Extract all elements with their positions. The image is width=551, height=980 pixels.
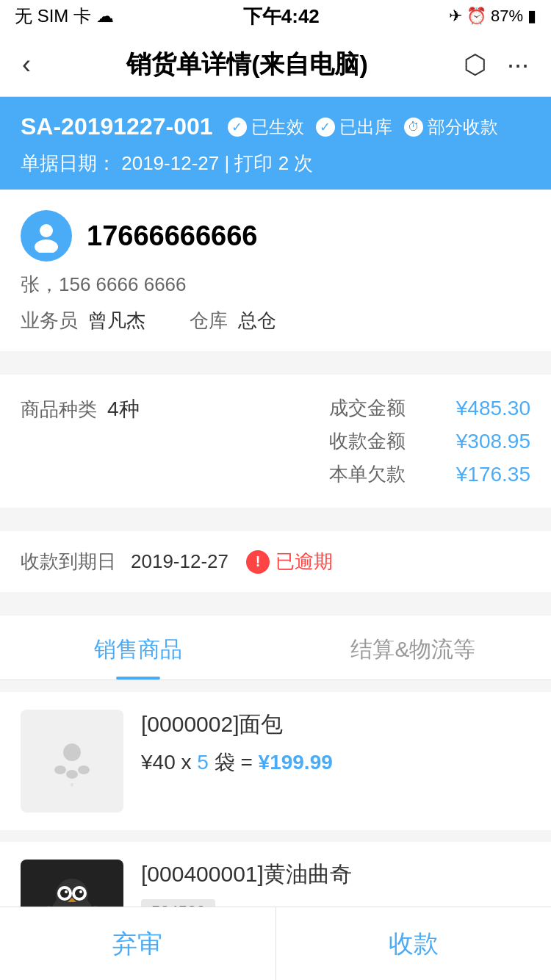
abandon-button[interactable]: 弃审 [0,907,276,980]
order-badges: ✓ 已生效 ✓ 已出库 ⏱ 部分收款 [228,115,498,139]
status-left: 无 SIM 卡 ☁ [15,4,114,28]
tabs-row: 销售商品 结算&物流等 [0,616,551,680]
svg-point-11 [60,889,69,898]
badge-partial-payment: ⏱ 部分收款 [404,115,498,139]
due-date-section: 收款到期日 2019-12-27 ! 已逾期 [0,531,551,592]
battery-text: 87% [491,7,523,26]
placeholder-icon-1: + [43,732,101,790]
check-icon-2: ✓ [316,118,335,137]
svg-point-2 [63,743,81,761]
receipt-amount-value: ¥308.95 [428,430,530,453]
product-image-1: + [21,710,123,813]
salesperson-item: 业务员 曾凡杰 [21,308,145,334]
avatar-icon [29,219,63,253]
due-date-value: 2019-12-27 [131,550,228,573]
tab-settlement[interactable]: 结算&物流等 [276,616,551,680]
more-button[interactable]: ··· [507,49,529,80]
sim-text: 无 SIM 卡 ☁ [15,4,114,28]
svg-text:+: + [70,781,74,789]
debt-row: 本单欠款 ¥176.35 [329,461,530,487]
svg-point-12 [75,889,84,898]
svg-point-5 [78,765,90,774]
due-label: 收款到期日 [21,549,116,574]
location-icon: ✈ [449,7,462,26]
deal-amount-row: 成交金额 ¥485.30 [329,395,530,421]
product-qty-1: 5 [197,751,209,774]
divider-2 [0,519,551,531]
status-right: ✈ ⏰ 87% ▮ [449,7,536,26]
page-title: 销货单详情(来自电脑) [126,48,368,82]
receipt-amount-row: 收款金额 ¥308.95 [329,428,530,454]
order-header: SA-20191227-001 ✓ 已生效 ✓ 已出库 ⏱ 部分收款 单据日期：… [0,97,551,190]
share-button[interactable]: ⬡ [464,49,486,80]
summary-grid: 商品种类 4种 成交金额 ¥485.30 收款金额 ¥308.95 本单欠款 ¥… [21,395,530,487]
summary-left: 商品种类 4种 [21,395,140,423]
product-price-1: ¥40 x 5 袋 = ¥199.99 [141,749,530,777]
product-name-1: [0000002]面包 [141,710,530,740]
customer-meta: 业务员 曾凡杰 仓库 总仓 [21,308,530,334]
product-card-1: + [0000002]面包 ¥40 x 5 袋 = ¥199.99 [0,692,551,830]
order-date-info: 单据日期： 2019-12-27 | 打印 2 次 [21,151,530,176]
nav-right-actions: ⬡ ··· [464,49,529,80]
customer-phone: 17666666666 [87,220,257,252]
product-info-1: [0000002]面包 ¥40 x 5 袋 = ¥199.99 [141,710,530,777]
product-name-2: [000400001]黄油曲奇 [141,860,530,890]
salesperson-label: 业务员 [21,308,78,334]
customer-avatar [21,210,72,262]
collect-button[interactable]: 收款 [276,907,552,980]
svg-point-1 [35,239,58,253]
category-value: 4种 [107,395,140,423]
clock-icon: ⏱ [404,118,423,137]
customer-section: 17666666666 张，156 6666 6666 业务员 曾凡杰 仓库 总… [0,190,551,351]
nav-bar: ‹ 销货单详情(来自电脑) ⬡ ··· [0,32,551,97]
badge-activated: ✓ 已生效 [228,115,304,139]
svg-point-3 [54,765,66,774]
divider-1 [0,363,551,375]
bottom-bar: 弃审 收款 [0,907,551,980]
alarm-icon: ⏰ [467,7,486,26]
battery-icon: ▮ [527,7,536,26]
svg-point-4 [66,770,78,779]
deal-amount-label: 成交金额 [329,395,406,421]
overdue-badge: ! 已逾期 [246,549,333,574]
date-value: 2019-12-27 [121,152,219,174]
debt-label: 本单欠款 [329,461,406,487]
salesperson-value: 曾凡杰 [88,308,145,334]
summary-section: 商品种类 4种 成交金额 ¥485.30 收款金额 ¥308.95 本单欠款 ¥… [0,375,551,508]
tab-products[interactable]: 销售商品 [0,616,276,680]
status-bar: 无 SIM 卡 ☁ 下午4:42 ✈ ⏰ 87% ▮ [0,0,551,32]
summary-right: 成交金额 ¥485.30 收款金额 ¥308.95 本单欠款 ¥176.35 [329,395,530,487]
svg-point-0 [40,224,53,237]
customer-name-phone: 张，156 6666 6666 [21,272,530,298]
product-total-1: ¥199.99 [259,751,333,774]
warehouse-item: 仓库 总仓 [190,308,276,334]
order-number: SA-20191227-001 [21,113,213,140]
tabs-section: 销售商品 结算&物流等 [0,616,551,680]
warehouse-label: 仓库 [190,308,228,334]
divider-3 [0,604,551,616]
status-time: 下午4:42 [243,4,320,29]
receipt-amount-label: 收款金额 [329,428,406,454]
overdue-text: 已逾期 [276,549,333,574]
order-header-top: SA-20191227-001 ✓ 已生效 ✓ 已出库 ⏱ 部分收款 [21,113,530,140]
back-button[interactable]: ‹ [22,49,31,80]
print-info: | 打印 2 次 [224,152,313,174]
svg-point-14 [79,890,82,893]
category-label: 商品种类 [21,397,97,422]
overdue-icon: ! [246,550,270,574]
warehouse-value: 总仓 [238,308,276,334]
deal-amount-value: ¥485.30 [428,397,530,420]
check-icon-1: ✓ [228,118,247,137]
debt-value: ¥176.35 [428,463,530,486]
svg-point-13 [65,890,68,893]
customer-top: 17666666666 [21,210,530,262]
badge-shipped: ✓ 已出库 [316,115,392,139]
date-label: 单据日期： [21,152,116,174]
